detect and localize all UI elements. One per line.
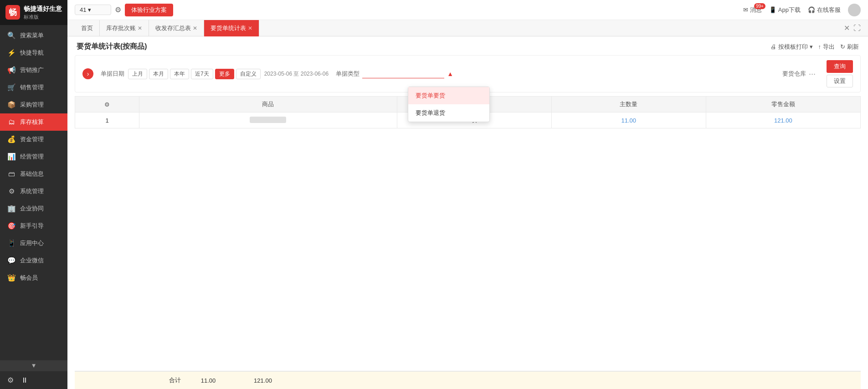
tab-order[interactable]: 要货单统计表 ✕ [204, 20, 259, 36]
type-filter-section: 单据类型 ▲ [336, 69, 775, 78]
date-buttons: 上月 本月 本年 近7天 更多 自定义 [128, 69, 261, 79]
system-icon: ⚙ [7, 187, 15, 195]
topbar: 41 ▾ ⚙ 体验行业方案 ✉ 消息 99+ 📱 App下载 🎧 在线客服 [67, 0, 868, 20]
warehouse-filter-label: 要货仓库 [782, 70, 806, 78]
sidebar-item-purchase[interactable]: 📦 采购管理 [0, 96, 67, 113]
phone-icon: 📱 [769, 6, 776, 13]
this-month-btn[interactable]: 本月 [149, 69, 168, 79]
sidebar-item-apps[interactable]: 📱 应用中心 [0, 235, 67, 252]
col-header-num: ⚙ [75, 97, 139, 113]
tabs-actions: ✕ ⛶ [844, 24, 861, 32]
cell-qty: 11.00 [551, 113, 706, 128]
sidebar-scroll-down[interactable]: ▼ [0, 360, 67, 371]
sidebar-item-member[interactable]: 👑 畅会员 [0, 269, 67, 287]
setting-button[interactable]: 设置 [827, 75, 853, 87]
more-dates-btn[interactable]: 更多 [215, 69, 234, 79]
filter-action-buttons: 查询 设置 [827, 60, 853, 87]
tab-close-icon[interactable]: ✕ [193, 25, 197, 31]
page-header: 要货单统计表(按商品) 🖨 按模板打印 ▾ ↑ 导出 ↻ 刷新 [67, 36, 868, 55]
data-table-wrap: ⚙ 商品 主计量单位 主数量 零售金额 1 块 11.00 121.00 [75, 96, 861, 371]
app-title: 畅捷通好生意 [24, 5, 62, 14]
tab-receipt[interactable]: 收发存汇总表 ✕ [149, 20, 204, 36]
sidebar-item-label: 营销推广 [20, 66, 44, 74]
cell-amount: 121.00 [706, 113, 860, 128]
print-button[interactable]: 🖨 按模板打印 ▾ [770, 43, 813, 51]
type-filter-arrow-icon[interactable]: ▲ [447, 70, 453, 77]
refresh-button[interactable]: ↻ 刷新 [840, 43, 859, 51]
sidebar-item-label: 新手引导 [20, 222, 44, 230]
sidebar-item-base[interactable]: 🗃 基础信息 [0, 165, 67, 183]
shortcut-icon: ⚡ [7, 49, 15, 57]
page-title: 要货单统计表(按商品) [77, 42, 147, 51]
finance-icon: 💰 [7, 135, 15, 143]
sidebar-item-system[interactable]: ⚙ 系统管理 [0, 183, 67, 200]
logo-icon: 畅 [5, 5, 20, 20]
dropdown-item-order-goods[interactable]: 要货单要货 [408, 87, 489, 104]
date-filter-section: 单据日期 上月 本月 本年 近7天 更多 自定义 2023-05-06 至 20… [101, 69, 329, 79]
settings-icon[interactable]: ⚙ [7, 376, 14, 384]
sidebar-item-label: 库存核算 [20, 118, 44, 126]
online-service-button[interactable]: 🎧 在线客服 [808, 6, 841, 14]
collapse-icon[interactable]: ⏸ [21, 376, 28, 384]
dropdown-item-order-return[interactable]: 要货单退货 [408, 104, 489, 122]
tab-batch[interactable]: 库存批次账 ✕ [100, 20, 149, 36]
table-footer: 合计 11.00 121.00 [75, 371, 861, 389]
guide-icon: 🎯 [7, 222, 15, 230]
tab-label: 要货单统计表 [211, 24, 246, 32]
this-year-btn[interactable]: 本年 [170, 69, 189, 79]
filter-expand-button[interactable]: › [82, 68, 93, 79]
dropdown-arrow-icon: ▾ [88, 6, 91, 13]
export-button[interactable]: ↑ 导出 [818, 43, 835, 51]
date-filter-label: 单据日期 [101, 70, 124, 78]
last-7days-btn[interactable]: 近7天 [191, 69, 213, 79]
sidebar-nav: 🔍 搜索菜单 ⚡ 快捷导航 📢 营销推广 🛒 销售管理 📦 采购管理 🗂 库存核… [0, 25, 67, 360]
avatar[interactable] [848, 4, 861, 16]
sidebar-item-guide[interactable]: 🎯 新手引导 [0, 217, 67, 235]
sidebar-item-wechat[interactable]: 💬 企业微信 [0, 252, 67, 269]
app-download-button[interactable]: 📱 App下载 [769, 6, 801, 14]
base-icon: 🗃 [7, 170, 15, 178]
footer-amount: 121.00 [236, 377, 290, 384]
sidebar-item-label: 系统管理 [20, 187, 44, 195]
type-filter-input[interactable] [362, 69, 444, 78]
sidebar-item-label: 经营管理 [20, 153, 44, 161]
print-icon: 🖨 [770, 43, 776, 50]
sidebar-footer: ⚙ ⏸ [0, 371, 67, 389]
sidebar-item-shortcut[interactable]: ⚡ 快捷导航 [0, 44, 67, 61]
sidebar-item-search[interactable]: 🔍 搜索菜单 [0, 27, 67, 44]
sidebar-item-enterprise[interactable]: 🏢 企业协同 [0, 200, 67, 217]
col-header-amount: 零售金额 [706, 97, 860, 113]
search-icon: 🔍 [7, 31, 15, 40]
messages-button[interactable]: ✉ 消息 99+ [743, 6, 762, 14]
close-all-tabs-icon[interactable]: ✕ [844, 24, 850, 32]
type-filter-label: 单据类型 [336, 70, 360, 78]
expand-tabs-icon[interactable]: ⛶ [853, 24, 861, 32]
custom-date-btn[interactable]: 自定义 [236, 69, 261, 79]
warehouse-more-icon[interactable]: ··· [809, 69, 816, 79]
print-arrow-icon: ▾ [810, 43, 813, 50]
promo-button[interactable]: 体验行业方案 [125, 4, 173, 16]
sidebar-item-operation[interactable]: 📊 经营管理 [0, 148, 67, 165]
sidebar-item-marketing[interactable]: 📢 营销推广 [0, 61, 67, 79]
col-header-qty: 主数量 [551, 97, 706, 113]
last-month-btn[interactable]: 上月 [128, 69, 147, 79]
sidebar-item-label: 畅会员 [20, 274, 38, 282]
tab-close-icon[interactable]: ✕ [248, 25, 252, 31]
query-button[interactable]: 查询 [827, 60, 853, 73]
sidebar-item-label: 应用中心 [20, 239, 44, 247]
tab-home[interactable]: 首页 [75, 20, 100, 36]
wechat-icon: 💬 [7, 256, 15, 265]
sidebar-item-label: 企业微信 [20, 256, 44, 265]
tab-close-icon[interactable]: ✕ [138, 25, 142, 31]
sidebar-item-finance[interactable]: 💰 资金管理 [0, 131, 67, 148]
cell-product [139, 113, 397, 128]
sidebar-item-inventory[interactable]: 🗂 库存核算 [0, 113, 67, 131]
settings-gear-icon[interactable]: ⚙ [115, 5, 121, 14]
sidebar-item-sales[interactable]: 🛒 销售管理 [0, 79, 67, 96]
date-range-display: 2023-05-06 至 2023-06-06 [264, 70, 329, 78]
sidebar-item-label: 快捷导航 [20, 49, 44, 57]
sidebar-item-label: 资金管理 [20, 135, 44, 143]
col-settings-icon[interactable]: ⚙ [104, 101, 110, 108]
sidebar-item-label: 销售管理 [20, 83, 44, 92]
branch-dropdown[interactable]: 41 ▾ [75, 5, 111, 15]
